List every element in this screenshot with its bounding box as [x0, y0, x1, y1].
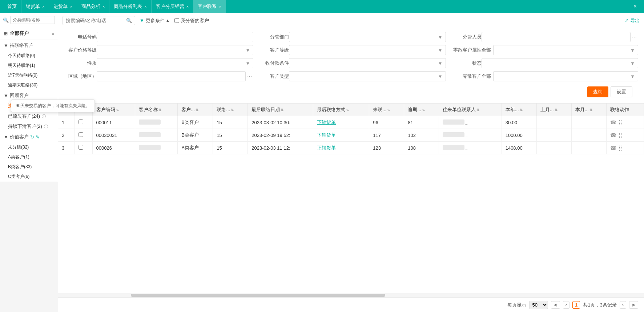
section-value-customers[interactable]: ▼ 价值客户 ↻ ✎ [0, 131, 58, 142]
sidebar-item-declining[interactable]: 持续下滑客户(2) ⓘ [0, 121, 58, 131]
nature-select[interactable]: ▼ [97, 58, 253, 68]
nav-tab-sales[interactable]: 销货单 × [21, 0, 49, 13]
nav-tab-customer-contact[interactable]: 客户联系 × [193, 0, 226, 13]
query-btn[interactable]: 查询 [587, 86, 608, 97]
row2-method[interactable]: 下销货单 [313, 129, 369, 142]
more-filter-btn[interactable]: ▼ 更多条件 ▲ [140, 17, 170, 24]
retail-attr-select[interactable]: ▼ [493, 45, 638, 55]
payment-arrow: ▼ [438, 61, 443, 66]
nav-tab-analysis[interactable]: 商品分析 × [77, 0, 109, 13]
page-next-btn[interactable]: › [620, 301, 626, 309]
scrollbar-thumb[interactable] [131, 294, 385, 297]
phone-input[interactable] [97, 32, 253, 42]
col-customer-name[interactable]: 客户名称⇅ [135, 104, 177, 116]
filter-col-phone: 电话号码 [64, 32, 253, 42]
sidebar-item-week-contact[interactable]: 近7天待联络(0) [0, 70, 58, 80]
nav-tab-analysis-list[interactable]: 商品分析列表 × [109, 0, 151, 13]
col-contact-person[interactable]: 往来单位联系人⇅ [439, 104, 502, 116]
row1-contact-action-icon[interactable]: ☎ [610, 119, 616, 125]
sidebar-item-b-class[interactable]: B类客户(33) [0, 162, 58, 172]
sidebar-item-c-class[interactable]: C类客户(6) [0, 172, 58, 182]
col-this-year[interactable]: 本年...⇅ [502, 104, 536, 116]
main-layout: 🔍 ⊞ 全部客户 « ▼ 待联络客户 今天待联络(0) 明天待联络(1) 近7天… [0, 13, 644, 312]
horizontal-scrollbar[interactable] [58, 293, 644, 297]
person-select[interactable] [482, 32, 631, 42]
edit-icon[interactable]: ✎ [36, 134, 40, 140]
col-customer-type[interactable]: 客户...⇅ [178, 104, 213, 116]
row1-method-link[interactable]: 下销货单 [317, 119, 336, 125]
page-last-btn[interactable]: ⊳ [629, 301, 638, 309]
retail-customer-value: 全部 [482, 73, 491, 80]
sort-this-month-icon: ⇅ [589, 108, 592, 112]
col-overdue[interactable]: 逾期...⇅ [404, 104, 439, 116]
customer-type-select[interactable]: ▼ [289, 71, 446, 81]
row1-last-month [536, 116, 571, 129]
section-pending-contact[interactable]: ▼ 待联络客户 [0, 40, 58, 51]
payment-select[interactable]: ▼ [289, 58, 446, 68]
row1-more-action-icon[interactable]: ⣿ [619, 119, 622, 125]
row2-more-action-icon[interactable]: ⣿ [619, 132, 622, 138]
row1-select-checkbox[interactable] [79, 119, 83, 124]
collapse-icon[interactable]: « [52, 31, 54, 36]
search-input[interactable] [66, 18, 125, 23]
row2-method-link[interactable]: 下销货单 [317, 132, 336, 138]
refresh-icon[interactable]: ↻ [30, 134, 34, 140]
close-customer-contact-tab[interactable]: × [219, 4, 221, 9]
col-last-contact-date[interactable]: 最后联络日期⇅ [248, 104, 313, 116]
row3-contact-action-icon[interactable]: ☎ [610, 145, 616, 151]
col-uncontacted[interactable]: 未联...⇅ [369, 104, 404, 116]
price-level-select[interactable]: ▼ [97, 45, 253, 55]
col-customer-code[interactable]: 客户编码⇅ [92, 104, 135, 116]
row2-this-month [571, 129, 606, 142]
region-more-btn[interactable]: ··· [246, 73, 253, 80]
settings-btn[interactable]: 设置 [611, 86, 632, 97]
person-more-btn[interactable]: ··· [631, 34, 638, 40]
page-prev-btn[interactable]: ‹ [563, 301, 569, 309]
export-btn[interactable]: ↗ 导出 [625, 17, 640, 24]
page-first-btn[interactable]: ⊲ [551, 301, 560, 309]
nav-home[interactable]: 首页 [3, 0, 21, 13]
sidebar-all-customers[interactable]: ⊞ 全部客户 « [0, 27, 58, 40]
close-customer-layer-tab[interactable]: × [186, 4, 189, 9]
filter-col-person: 分管人员 ··· [449, 32, 638, 42]
col-last-month[interactable]: 上月...⇅ [536, 104, 571, 116]
nav-tab-purchase[interactable]: 进货单 × [49, 0, 77, 13]
close-analysis-list-tab[interactable]: × [144, 4, 146, 9]
col-contact[interactable]: 联络...⇅ [213, 104, 248, 116]
retail-attr-arrow: ▼ [630, 48, 635, 53]
retail-customer-select[interactable]: ▼ [493, 71, 638, 81]
close-all-btn[interactable]: × [629, 3, 641, 10]
close-analysis-tab[interactable]: × [102, 4, 105, 9]
row3-method[interactable]: 下销货单 [313, 142, 369, 154]
row1-method[interactable]: 下销货单 [313, 116, 369, 129]
nav-tab-customer-layer[interactable]: 客户分层经营 × [152, 0, 193, 13]
row3-select-checkbox[interactable] [79, 145, 83, 150]
my-customers-checkbox[interactable] [174, 18, 179, 23]
sidebar-item-today-contact[interactable]: 今天待联络(0) [0, 51, 58, 61]
filter-col-payment: 收付款条件 ▼ [256, 58, 446, 68]
region-select[interactable] [97, 71, 246, 81]
row3-method-link[interactable]: 下销货单 [317, 145, 336, 150]
col-last-contact-method[interactable]: 最后联络方式⇅ [313, 104, 369, 116]
sidebar-search-input[interactable] [10, 16, 55, 24]
sidebar-item-overdue-contact[interactable]: 逾期未联络(30) [0, 80, 58, 90]
search-button-icon[interactable]: 🔍 [126, 18, 132, 23]
row3-more-action-icon[interactable]: ⣿ [619, 145, 622, 151]
customer-level-select[interactable]: ▼ [289, 45, 446, 55]
row2-name-blurred [139, 132, 161, 137]
close-purchase-tab[interactable]: × [70, 4, 72, 9]
status-select[interactable]: ▼ [482, 58, 638, 68]
sidebar-item-churned[interactable]: 已流失客户(24) ⓘ [0, 111, 58, 121]
filter-col-nature: 性质 ▼ [64, 58, 253, 68]
col-this-month[interactable]: 本月...⇅ [571, 104, 606, 116]
sidebar-item-a-class[interactable]: A类客户(1) [0, 152, 58, 162]
row2-select-checkbox[interactable] [79, 132, 83, 137]
dept-select[interactable]: ▼ [289, 32, 446, 42]
customer-level-arrow: ▼ [438, 48, 443, 53]
info-icon: ⓘ [42, 114, 46, 118]
close-sales-tab[interactable]: × [42, 4, 44, 9]
row2-contact-action-icon[interactable]: ☎ [610, 132, 616, 138]
per-page-select[interactable]: 50 20 100 [529, 301, 548, 309]
sidebar-item-ungrouped[interactable]: 未分组(32) [0, 142, 58, 152]
sidebar-item-tomorrow-contact[interactable]: 明天待联络(1) [0, 61, 58, 70]
